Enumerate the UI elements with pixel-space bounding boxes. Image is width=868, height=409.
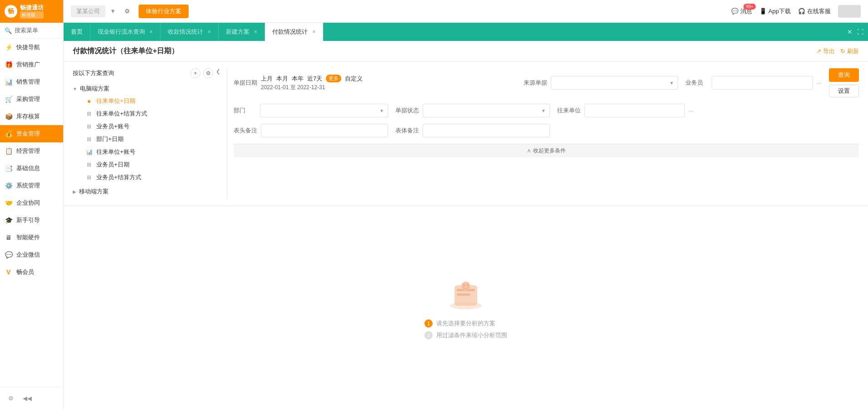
content-area: 付款情况统计（往来单位+日期） ↗ 导出 ↻ 刷新 按以下方案查询 + <box>64 41 868 409</box>
scheme-dept-date[interactable]: ⊞ 部门+日期 <box>82 133 220 146</box>
tab-new-plan-close[interactable]: × <box>254 29 257 35</box>
sidebar-item-quick-nav[interactable]: ⚡ 快捷导航 <box>0 39 63 56</box>
tab-receipt[interactable]: 收款情况统计 × <box>160 23 219 41</box>
mobile-scheme-header[interactable]: ▶ 移动端方案 <box>73 186 220 197</box>
pc-scheme-header[interactable]: ▼ 电脑端方案 <box>73 83 220 95</box>
scheme-staff-account[interactable]: ⊞ 业务员+账号 <box>82 120 220 133</box>
topbar-dropdown-arrow[interactable]: ▼ <box>110 8 116 15</box>
expand-tabs-btn[interactable]: ⛶ <box>857 28 863 35</box>
sidebar-item-sales[interactable]: 📊 销售管理 <box>0 73 63 91</box>
scheme-unit-account[interactable]: 📊 往来单位+账号 <box>82 146 220 158</box>
newbie-icon: 🎓 <box>5 216 13 224</box>
tab-home[interactable]: 首页 <box>64 23 90 41</box>
refresh-icon: ↻ <box>840 48 845 55</box>
filter-dept-field: 部门 ▼ <box>234 104 388 117</box>
partner-select[interactable] <box>584 104 685 117</box>
source-select[interactable]: ▼ <box>551 76 678 90</box>
filter-row-2: 部门 ▼ 单据状态 ▼ 往来单位 <box>234 104 859 117</box>
finance-icon: 💰 <box>5 130 13 138</box>
tab-receipt-close[interactable]: × <box>208 29 211 35</box>
date-this-month[interactable]: 本月 <box>276 75 288 83</box>
logo-icon: 畅 <box>5 5 17 18</box>
staff-more-btn[interactable]: ··· <box>817 80 822 86</box>
tab-payment[interactable]: 付款情况统计 × <box>265 23 323 41</box>
logo-text: 畅捷通坊 标准版 <box>20 4 44 19</box>
pc-scheme-items: ● 往来单位+日期 ⊞ 往来单位+结算方式 ⊞ 业务员+账号 ⊞ <box>73 95 220 184</box>
scheme-staff-date[interactable]: ⊞ 业务员+日期 <box>82 158 220 171</box>
wechat-icon: 💬 <box>5 251 13 259</box>
topbar: 某某公司 ▼ ⚙ 体验行业方案 💬 消息 99+ 📱 App下载 🎧 在线客服 <box>64 0 868 23</box>
tabbar: 首页 现金银行流水查询 × 收款情况统计 × 新建方案 × 付款情况统计 × ✕… <box>64 23 868 41</box>
scheme-unit-settle[interactable]: ⊞ 往来单位+结算方式 <box>82 107 220 120</box>
search-icon: 🔍 <box>5 27 12 34</box>
user-avatar[interactable] <box>838 5 861 18</box>
date-options-row: 上月 本月 本年 近7天 更多 自定义 <box>261 75 363 83</box>
sidebar-item-purchase[interactable]: 🛒 采购管理 <box>0 91 63 108</box>
svg-point-5 <box>463 284 465 286</box>
sidebar-item-system[interactable]: ⚙️ 系统管理 <box>0 177 63 194</box>
app-download-btn[interactable]: 📱 App下载 <box>759 7 791 15</box>
tab-payment-close[interactable]: × <box>312 29 315 35</box>
filter-staff-field: 业务员 ··· <box>685 76 822 90</box>
date-last-7days[interactable]: 近7天 <box>307 75 322 83</box>
filter-row-3: 表头备注 表体备注 <box>234 124 859 137</box>
partner-more-btn[interactable]: ··· <box>688 107 693 114</box>
mobile-arrow-icon: ▶ <box>73 189 76 194</box>
trial-btn[interactable]: 体验行业方案 <box>139 5 189 18</box>
sidebar-item-inventory[interactable]: 📦 库存核算 <box>0 108 63 125</box>
basic-icon: 📑 <box>5 164 13 172</box>
tab-bank-close[interactable]: × <box>150 29 153 35</box>
mobile-scheme-category: ▶ 移动端方案 <box>73 186 220 197</box>
headset-icon: 🎧 <box>798 8 805 15</box>
tab-bank[interactable]: 现金银行流水查询 × <box>90 23 160 41</box>
date-custom[interactable]: 自定义 <box>345 75 363 83</box>
sidebar-item-hardware[interactable]: 🖥 智能硬件 <box>0 229 63 246</box>
collapse-icon: ∧ <box>527 147 533 154</box>
scheme-staff-settle[interactable]: ⊞ 业务员+结算方式 <box>82 171 220 184</box>
collapse-sidebar-btn[interactable]: ◀◀ <box>21 392 34 404</box>
export-btn[interactable]: ↗ 导出 <box>816 47 835 56</box>
empty-tip-2: 2 用过滤条件来缩小分析范围 <box>424 331 507 339</box>
sidebar-search[interactable]: 🔍 搜索菜单 <box>0 23 63 39</box>
collapse-scheme-btn[interactable]: ❮ <box>216 68 220 78</box>
manage-scheme-btn[interactable]: ⚙ <box>203 68 213 78</box>
sidebar-item-finance[interactable]: 💰 资金管理 <box>0 125 63 142</box>
member-icon: V <box>5 268 13 276</box>
body-note-input[interactable] <box>423 124 550 137</box>
close-all-tabs-btn[interactable]: ✕ <box>847 28 853 35</box>
query-btn[interactable]: 查询 <box>829 68 859 82</box>
settings-bottom-btn[interactable]: ⚙ <box>5 392 17 404</box>
scheme-panel: 按以下方案查询 + ⚙ ❮ ▼ 电脑端方案 ● 往 <box>73 68 227 199</box>
filter-source-field: 来源单据 ▼ <box>524 76 678 90</box>
sidebar-item-newbie[interactable]: 🎓 新手引导 <box>0 212 63 229</box>
filter-docstatus-field: 单据状态 ▼ <box>395 104 550 117</box>
sidebar-item-basic[interactable]: 📑 基础信息 <box>0 160 63 177</box>
date-this-year[interactable]: 本年 <box>292 75 304 83</box>
sidebar-item-operation[interactable]: 📋 经营管理 <box>0 142 63 160</box>
dept-select[interactable]: ▼ <box>260 104 388 117</box>
tip-num-2: 2 <box>424 331 433 339</box>
collapse-more-btn[interactable]: ∧ 收起更多条件 <box>234 144 859 157</box>
header-note-input[interactable] <box>261 124 388 137</box>
sidebar-item-corp[interactable]: 🤝 企业协同 <box>0 194 63 212</box>
page-title: 付款情况统计（往来单位+日期） <box>73 46 179 56</box>
docstatus-select[interactable]: ▼ <box>423 104 550 117</box>
service-btn[interactable]: 🎧 在线客服 <box>798 7 831 15</box>
date-last-month[interactable]: 上月 <box>261 75 273 83</box>
refresh-btn[interactable]: ↻ 刷新 <box>840 47 859 56</box>
scheme-header: 按以下方案查询 + ⚙ ❮ <box>73 68 220 78</box>
topbar-gear-btn[interactable]: ⚙ <box>120 5 134 18</box>
scheme-unit-date[interactable]: ● 往来单位+日期 <box>82 95 220 107</box>
sidebar-item-member[interactable]: V 畅会员 <box>0 263 63 281</box>
scheme-table-icon-5: ⊞ <box>85 174 93 181</box>
sidebar-item-marketing[interactable]: 🎁 营销推广 <box>0 56 63 73</box>
filter-settings-btn[interactable]: 设置 <box>829 85 859 97</box>
purchase-icon: 🛒 <box>5 95 13 103</box>
topbar-right: 💬 消息 99+ 📱 App下载 🎧 在线客服 <box>731 5 861 18</box>
notification-btn[interactable]: 💬 消息 99+ <box>731 7 752 15</box>
date-more[interactable]: 更多 <box>326 75 341 82</box>
tab-new-plan[interactable]: 新建方案 × <box>219 23 265 41</box>
sidebar-item-wechat[interactable]: 💬 企业微信 <box>0 246 63 263</box>
add-scheme-btn[interactable]: + <box>190 68 200 78</box>
staff-select[interactable] <box>712 76 813 90</box>
